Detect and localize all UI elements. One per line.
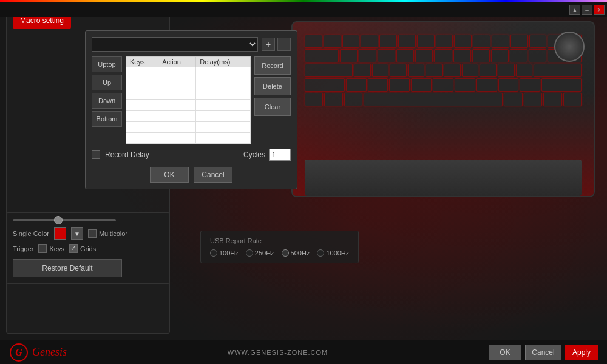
record-delay-checkbox[interactable] — [92, 150, 100, 159]
multicolor-checkbox-label[interactable]: Multicolor — [88, 229, 127, 238]
key — [462, 64, 479, 77]
key — [433, 78, 453, 92]
spacebar — [364, 93, 503, 106]
footer-cancel-button[interactable]: Cancel — [525, 345, 561, 360]
key — [340, 49, 358, 62]
key — [389, 78, 410, 92]
footer-logo: G Genesis — [9, 343, 67, 362]
keys-header: Keys — [126, 57, 158, 67]
key — [372, 64, 389, 77]
genesis-logo-icon: G — [9, 343, 29, 362]
cycles-row: Cycles — [243, 149, 291, 161]
footer-buttons: OK Cancel Apply — [489, 345, 598, 360]
color-swatch[interactable] — [54, 228, 66, 240]
maximize-button[interactable]: ▲ — [569, 5, 580, 15]
add-remove-group: + – — [262, 38, 291, 51]
bottom-button[interactable]: Bottom — [92, 111, 122, 127]
trigger-row: Trigger Keys Grids — [13, 244, 163, 253]
footer-url: WWW.GENESIS-ZONE.COM — [228, 349, 328, 356]
key — [305, 49, 339, 62]
remove-macro-button[interactable]: – — [277, 38, 291, 51]
key — [541, 78, 582, 92]
key — [379, 35, 397, 48]
trigger-grids-label[interactable]: Grids — [69, 244, 96, 253]
key — [453, 49, 471, 62]
radio-100hz-circle[interactable] — [210, 249, 217, 257]
usb-100hz[interactable]: 100Hz — [210, 249, 239, 257]
footer-logo-text: Genesis — [32, 346, 67, 359]
brightness-slider-thumb[interactable] — [54, 216, 63, 224]
volume-knob — [554, 32, 585, 62]
trigger-label: Trigger — [13, 245, 33, 252]
restore-default-button[interactable]: Restore Default — [13, 259, 122, 277]
wrist-rest — [305, 160, 582, 196]
usb-radio-group: 100Hz 250Hz 500Hz 1000Hz — [210, 249, 349, 257]
close-button[interactable]: × — [594, 5, 605, 15]
clear-button[interactable]: Clear — [254, 98, 291, 116]
multicolor-checkbox[interactable] — [88, 229, 97, 238]
add-macro-button[interactable]: + — [262, 38, 275, 51]
radio-1000hz-circle[interactable] — [317, 249, 324, 257]
arrow-buttons: Uptop Up Down Bottom — [92, 56, 122, 144]
dialog-ok-button[interactable]: OK — [150, 167, 189, 183]
macro-dialog: + – Uptop Up Down Bottom Keys Action Del… — [85, 30, 297, 189]
footer-apply-button[interactable]: Apply — [565, 345, 598, 360]
record-delay-group: Record Delay Cycles — [92, 149, 291, 161]
trigger-grids-checkbox[interactable] — [69, 244, 78, 253]
action-buttons: Record Delete Clear — [254, 56, 291, 144]
svg-text:G: G — [15, 347, 22, 357]
record-button[interactable]: Record — [254, 56, 291, 75]
key — [361, 35, 378, 48]
trigger-grids-text: Grids — [80, 245, 96, 252]
key — [529, 35, 547, 48]
key — [491, 49, 509, 62]
key — [436, 35, 453, 48]
macro-table: Keys Action Delay(ms) — [126, 56, 251, 144]
key — [480, 64, 497, 77]
record-delay-row: Record Delay — [92, 150, 149, 159]
radio-100hz-label: 100Hz — [219, 249, 239, 257]
key — [472, 49, 490, 62]
key — [359, 49, 376, 62]
dialog-cancel-button[interactable]: Cancel — [194, 167, 232, 183]
usb-section: USB Report Rate 100Hz 250Hz 500Hz 1000Hz — [200, 231, 359, 263]
action-header: Action — [158, 57, 196, 67]
usb-500hz[interactable]: 500Hz — [282, 249, 310, 257]
down-button[interactable]: Down — [92, 93, 122, 109]
uptop-button[interactable]: Uptop — [92, 56, 122, 72]
usb-1000hz[interactable]: 1000Hz — [317, 249, 349, 257]
key — [378, 49, 395, 62]
key — [346, 78, 367, 92]
radio-250hz-circle[interactable] — [246, 249, 253, 257]
usb-250hz[interactable]: 250Hz — [246, 249, 274, 257]
table-row — [126, 100, 251, 111]
footer-ok-button[interactable]: OK — [489, 345, 521, 360]
key — [426, 64, 443, 77]
radio-500hz-circle[interactable] — [282, 249, 289, 257]
key — [476, 78, 497, 92]
key — [529, 49, 546, 62]
key — [510, 35, 528, 48]
key — [510, 49, 527, 62]
key — [324, 93, 342, 106]
radio-250hz-label: 250Hz — [255, 249, 274, 257]
up-button[interactable]: Up — [92, 75, 122, 90]
macro-select[interactable] — [92, 37, 258, 52]
keyboard-visual — [291, 21, 595, 197]
cycles-input[interactable] — [269, 149, 291, 161]
delete-button[interactable]: Delete — [254, 77, 291, 95]
key — [368, 78, 388, 92]
key — [324, 35, 341, 48]
trigger-keys-checkbox[interactable] — [38, 244, 47, 253]
trigger-keys-label[interactable]: Keys — [38, 244, 64, 253]
usb-title: USB Report Rate — [210, 237, 349, 244]
brightness-slider-track[interactable] — [13, 219, 116, 221]
key — [498, 64, 515, 77]
key — [434, 49, 452, 62]
color-dropdown[interactable]: ▼ — [71, 228, 83, 240]
key — [408, 64, 425, 77]
record-delay-label: Record Delay — [105, 150, 149, 159]
minimize-button[interactable]: – — [582, 5, 592, 15]
key — [417, 35, 435, 48]
key — [411, 78, 432, 92]
